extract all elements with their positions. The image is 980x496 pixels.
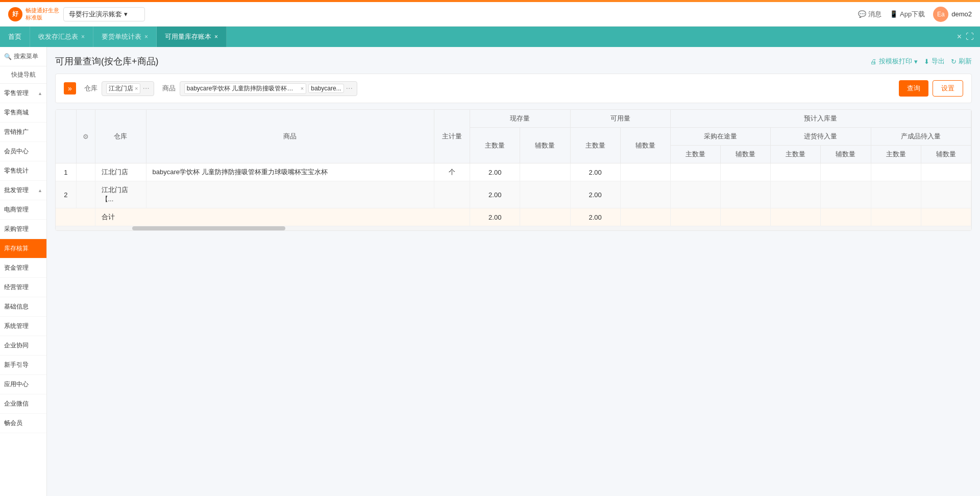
close-tab-1[interactable]: × [81, 33, 85, 40]
sidebar-item-marketing[interactable]: 营销推广 [0, 123, 46, 142]
filter-toggle-btn[interactable]: » [64, 82, 76, 95]
table-row: 1 江北门店 babycare学饮杯 儿童防摔防撞吸管杯重力球吸嘴杯宝宝水杯 个… [56, 163, 971, 181]
cell-pur-aux [721, 163, 771, 181]
store-selector[interactable]: 母婴行业演示账套 ▾ [63, 7, 145, 21]
horizontal-scrollbar[interactable] [56, 226, 971, 230]
th-purchase-transit: 采购在途量 [670, 128, 770, 146]
sidebar-item-ecommerce[interactable]: 电商管理 [0, 200, 46, 220]
th-settings: ⚙ [76, 110, 95, 163]
print-btn[interactable]: 🖨 按模板打印 ▾ [870, 57, 918, 66]
product-filter: 商品 babycare学饮杯 儿童防摔防撞吸管杯重力球吸嘴杯宝宝水杯 × bab… [162, 81, 357, 96]
data-table: ⚙ 仓库 商品 主计量 现存量 可用量 预计入库量 主数量 辅数量 [56, 110, 971, 226]
table-scroll[interactable]: ⚙ 仓库 商品 主计量 现存量 可用量 预计入库量 主数量 辅数量 [56, 110, 971, 226]
sidebar-item-wechat-work[interactable]: 企业微信 [0, 394, 46, 414]
scrollbar-thumb[interactable] [132, 226, 285, 230]
top-header: 好 畅捷通好生意 标准版 母婴行业演示账套 ▾ 💬 消息 📱 App下载 Ea … [0, 2, 980, 27]
footer-pur-main [670, 208, 720, 226]
th-planned-in: 预计入库量 [670, 110, 971, 128]
th-finished-pending: 产成品待入量 [871, 128, 971, 146]
footer-stock-aux [520, 208, 570, 226]
sidebar-item-finance[interactable]: 资金管理 [0, 258, 46, 278]
tab-home[interactable]: 首页 [0, 27, 30, 47]
content-area: 可用量查询(按仓库+商品) 🖨 按模板打印 ▾ ⬇ 导出 ↻ 刷新 » [47, 47, 980, 496]
export-btn[interactable]: ⬇ 导出 [924, 57, 945, 66]
tab-order-stats[interactable]: 要货单统计表 × [93, 27, 157, 47]
sidebar-item-members[interactable]: 会员中心 [0, 142, 46, 161]
sidebar-search[interactable]: 🔍 搜索菜单 [0, 47, 46, 66]
logo-icon: 好 [8, 7, 22, 21]
sidebar-quick-nav[interactable]: 快捷导航 [0, 66, 46, 84]
fullscreen-btn[interactable]: ⛶ [966, 32, 974, 41]
header-left: 好 畅捷通好生意 标准版 母婴行业演示账套 ▾ [8, 7, 145, 21]
cell-inc-main [771, 181, 821, 208]
tab-receive-summary[interactable]: 收发存汇总表 × [30, 27, 93, 47]
th-stock-main: 主数量 [470, 128, 520, 163]
th-pur-aux: 辅数量 [721, 146, 771, 163]
remove-warehouse-tag[interactable]: × [135, 85, 138, 91]
close-tab-2[interactable]: × [144, 33, 148, 40]
logo-text: 畅捷通好生意 标准版 [26, 7, 59, 20]
warehouse-tag: 江北门店 × [106, 83, 140, 94]
sidebar-item-app-center[interactable]: 应用中心 [0, 375, 46, 394]
cell-warehouse: 江北门店【... [95, 181, 146, 208]
sidebar-item-vip-member[interactable]: 畅会员 [0, 414, 46, 433]
refresh-btn[interactable]: ↻ 刷新 [951, 57, 972, 66]
footer-avail-main: 2.00 [570, 208, 620, 226]
table-footer: 合计 2.00 2.00 [56, 208, 971, 226]
nav-end: × ⛶ [951, 27, 980, 47]
warehouse-value[interactable]: 江北门店 × ··· [102, 81, 154, 96]
sidebar-item-operations[interactable]: 经营管理 [0, 278, 46, 297]
th-product: 商品 [146, 110, 434, 163]
th-incoming-pending: 进货待入量 [771, 128, 871, 146]
sidebar-item-enterprise[interactable]: 企业协同 [0, 336, 46, 356]
close-tab-3[interactable]: × [214, 33, 218, 40]
product-dots[interactable]: ··· [346, 84, 353, 93]
tab-available-stock[interactable]: 可用量库存账本 × [157, 27, 227, 47]
th-warehouse: 仓库 [95, 110, 146, 163]
cell-unit [434, 181, 470, 208]
cell-stock-main: 2.00 [470, 181, 520, 208]
cell-inc-aux [821, 163, 871, 181]
th-available: 可用量 [570, 110, 670, 128]
remove-product-tag-1[interactable]: × [301, 85, 304, 91]
cell-stock-aux [520, 163, 570, 181]
settings-btn[interactable]: 设置 [933, 80, 963, 97]
cell-pur-main [670, 163, 720, 181]
table-row: 2 江北门店【... 2.00 2.00 [56, 181, 971, 208]
footer-avail-aux [620, 208, 670, 226]
close-all-tabs[interactable]: × [957, 32, 962, 41]
cell-pur-main [670, 181, 720, 208]
sidebar-item-basic-info[interactable]: 基础信息 [0, 297, 46, 317]
sidebar-item-retail-mall[interactable]: 零售商城 [0, 103, 46, 123]
cell-fin-aux [921, 181, 971, 208]
user-area[interactable]: Ea demo2 [933, 7, 972, 22]
sidebar-item-retail-stats[interactable]: 零售统计 [0, 161, 46, 181]
warehouse-dots[interactable]: ··· [142, 84, 149, 93]
cell-fin-aux [921, 163, 971, 181]
cell-unit: 个 [434, 163, 470, 181]
product-tag-2: babycare... [308, 84, 344, 93]
product-value[interactable]: babycare学饮杯 儿童防摔防撞吸管杯重力球吸嘴杯宝宝水杯 × babyca… [180, 81, 357, 96]
footer-empty [56, 208, 95, 226]
sidebar-item-system[interactable]: 系统管理 [0, 317, 46, 336]
th-fin-main: 主数量 [871, 146, 921, 163]
warehouse-filter: 仓库 江北门店 × ··· [84, 81, 154, 96]
sidebar-item-onboarding[interactable]: 新手引导 [0, 356, 46, 375]
footer-inc-main [771, 208, 821, 226]
message-btn[interactable]: 💬 消息 [858, 10, 881, 19]
footer-label: 合计 [95, 208, 470, 226]
sidebar-item-inventory[interactable]: 库存核算 [0, 239, 46, 258]
cell-warehouse: 江北门店 [95, 163, 146, 181]
th-fin-aux: 辅数量 [921, 146, 971, 163]
column-settings-icon[interactable]: ⚙ [83, 133, 89, 140]
sidebar-item-purchase[interactable]: 采购管理 [0, 220, 46, 239]
query-btn[interactable]: 查询 [899, 80, 928, 97]
sidebar-item-wholesale[interactable]: 批发管理 [0, 181, 46, 200]
th-avail-main: 主数量 [570, 128, 620, 163]
cell-fin-main [871, 181, 921, 208]
cell-inc-aux [821, 181, 871, 208]
cell-avail-main: 2.00 [570, 181, 620, 208]
cell-stock-aux [520, 181, 570, 208]
sidebar-item-retail-mgmt[interactable]: 零售管理 [0, 84, 46, 103]
download-btn[interactable]: 📱 App下载 [890, 10, 925, 19]
